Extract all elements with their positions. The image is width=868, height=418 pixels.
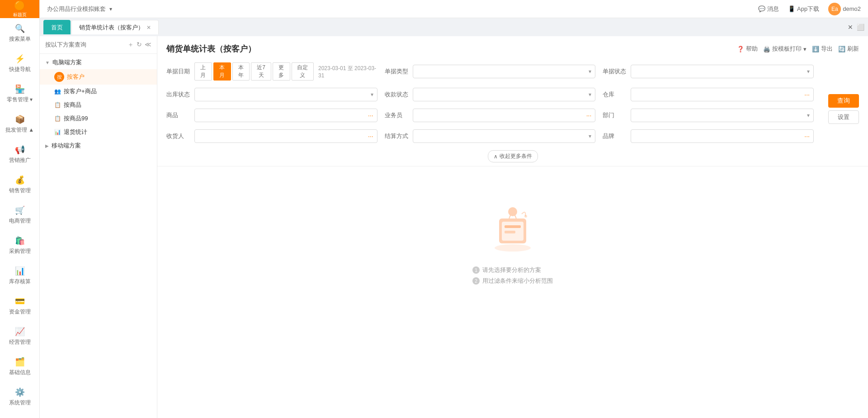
sidebar-item-system[interactable]: ⚙️ 系统管理 [0, 382, 40, 412]
print-dropdown-icon[interactable]: ▾ [803, 46, 807, 52]
department-select[interactable]: ▾ [631, 109, 814, 122]
tree-item-goods99[interactable]: 📋 按商品99 [40, 112, 157, 125]
close-window-icon[interactable]: ✕ [848, 24, 853, 31]
sidebar-item-retail[interactable]: 🏪 零售管理 ▾ [0, 79, 40, 109]
tree-goods-icon: 📋 [54, 102, 61, 108]
help-icon: ❓ [737, 46, 744, 52]
sidebar-item-marketing-label: 营销推广 [2, 157, 38, 164]
sidebar-item-wholesale-label: 批发管理 ▲ [2, 126, 38, 134]
settings-button[interactable]: 设置 [828, 110, 859, 124]
sidebar-item-operation[interactable]: 📈 经营管理 [0, 321, 40, 352]
empty-hint-2: 2 用过滤条件来缩小分析范围 [472, 277, 553, 285]
main-area: 办公用品行业模拟账套 ▾ 💬 消息 📱 App下载 Ea demo2 首页 [40, 0, 868, 418]
tab-sales-report[interactable]: 销货单统计表（按客户） ✕ [71, 20, 159, 34]
sidebar-item-sales[interactable]: 💰 销售管理 [0, 170, 40, 200]
tree-item-customer[interactable]: 按 按客户 [40, 69, 157, 85]
refresh-link[interactable]: 🔄 刷新 [838, 45, 859, 53]
filter-warehouse: 仓库 ··· [603, 88, 814, 101]
date-btn-lastmonth[interactable]: 上月 [194, 62, 212, 81]
receiver-input[interactable]: ··· [194, 129, 377, 143]
settlement-chevron: ▾ [589, 133, 591, 139]
date-btn-7days[interactable]: 近7天 [251, 62, 271, 81]
settlement-select[interactable]: ▾ [413, 129, 596, 143]
salesperson-dots: ··· [586, 112, 592, 119]
sidebar-item-finance[interactable]: 💳 资金管理 [0, 291, 40, 321]
quicknav-icon: ⚡ [2, 54, 38, 64]
collapse-button[interactable]: ∧ 收起更多条件 [488, 150, 538, 162]
goods-label: 商品 [166, 111, 192, 119]
sidebar-item-search-label: 搜索菜单 [2, 35, 38, 43]
tree-item-customer-goods[interactable]: 👥 按客户+商品 [40, 85, 157, 98]
refresh-label: 刷新 [847, 45, 859, 53]
print-icon: 🖨️ [763, 46, 770, 52]
logo[interactable]: 🟠 标题页 [0, 0, 40, 18]
right-content-wrapper: 销货单统计表（按客户） ❓ 帮助 🖨️ 按模板打印 ▾ ⬇️ 导出 [157, 36, 868, 418]
date-btn-thisyear[interactable]: 本年 [232, 62, 250, 81]
out-status-select[interactable]: ▾ [194, 88, 377, 101]
finance-icon: 💳 [2, 296, 38, 306]
panel-actions: ＋ ↻ ≪ [127, 41, 151, 49]
tree-item-goods99-label: 按商品99 [64, 114, 88, 123]
date-btn-custom[interactable]: 自定义 [292, 62, 314, 81]
date-btn-thismonth[interactable]: 本月 [213, 62, 231, 81]
tree-parent-mobile[interactable]: ▶ 移动端方案 [40, 139, 157, 152]
salesperson-label: 业务员 [385, 111, 410, 119]
sidebar-item-marketing[interactable]: 📢 营销推广 [0, 139, 40, 170]
sidebar-item-purchase[interactable]: 🛍️ 采购管理 [0, 230, 40, 261]
warehouse-input[interactable]: ··· [631, 88, 814, 101]
svg-line-7 [515, 215, 516, 218]
top-header: 办公用品行业模拟账套 ▾ 💬 消息 📱 App下载 Ea demo2 [40, 0, 868, 18]
svg-point-5 [508, 207, 517, 216]
tabs-bar: 首页 销货单统计表（按客户） ✕ ✕ ⬜ [40, 18, 868, 36]
empty-state: 1 请先选择要分析的方案 2 用过滤条件来缩小分析范围 [157, 166, 868, 324]
sidebar-item-inventory[interactable]: 📊 库存核算 [0, 261, 40, 291]
sidebar-item-basic-label: 基础信息 [2, 369, 38, 376]
tab-window-controls: ✕ ⬜ [848, 24, 864, 31]
goods-dots: ··· [368, 112, 373, 119]
panel-refresh-btn[interactable]: ↻ [137, 41, 142, 49]
tab-sales-report-label: 销货单统计表（按客户） [79, 24, 144, 32]
goods-input[interactable]: ··· [194, 109, 377, 122]
search-button[interactable]: 查询 [828, 94, 859, 108]
panel-collapse-btn[interactable]: ≪ [145, 41, 151, 49]
receipt-status-select[interactable]: ▾ [413, 88, 596, 101]
order-status-select[interactable]: ▾ [631, 65, 814, 78]
date-btn-more[interactable]: 更多 [273, 62, 290, 81]
empty-state-icon [486, 203, 540, 257]
user-menu[interactable]: Ea demo2 [828, 3, 861, 15]
order-type-select[interactable]: ▾ [413, 65, 596, 78]
filter-out-status: 出库状态 ▾ [166, 88, 377, 101]
sidebar-item-ecommerce[interactable]: 🛒 电商管理 [0, 200, 40, 230]
salesperson-input[interactable]: ··· [413, 109, 596, 122]
sidebar-item-search[interactable]: 🔍 搜索菜单 [0, 18, 40, 48]
tree-item-returns[interactable]: 📊 退货统计 [40, 125, 157, 139]
header-left: 办公用品行业模拟账套 ▾ [47, 5, 112, 13]
basic-icon: 🗂️ [2, 357, 38, 367]
sidebar-item-inventory-label: 库存核算 [2, 278, 38, 285]
print-link[interactable]: 🖨️ 按模板打印 ▾ [763, 45, 807, 53]
maximize-window-icon[interactable]: ⬜ [857, 24, 864, 31]
header-dropdown-icon[interactable]: ▾ [109, 6, 112, 12]
sidebar-item-basic[interactable]: 🗂️ 基础信息 [0, 352, 40, 382]
sidebar-item-enterprise[interactable]: 🏢 企业协同 [0, 412, 40, 418]
tab-close-icon[interactable]: ✕ [146, 24, 151, 31]
refresh-icon: 🔄 [838, 46, 845, 52]
tab-home[interactable]: 首页 [43, 20, 71, 34]
order-status-chevron: ▾ [807, 68, 810, 75]
hint-num-2: 2 [472, 277, 480, 285]
panel-add-btn[interactable]: ＋ [127, 41, 134, 49]
app-download-button[interactable]: 📱 App下载 [788, 5, 819, 13]
tree-item-goods[interactable]: 📋 按商品 [40, 98, 157, 112]
tree-item-goods-label: 按商品 [64, 101, 81, 109]
export-link[interactable]: ⬇️ 导出 [812, 45, 833, 53]
app-download-icon: 📱 [788, 5, 795, 12]
brand-input[interactable]: ··· [631, 129, 814, 143]
export-label: 导出 [821, 45, 833, 53]
sidebar-item-quicknav[interactable]: ⚡ 快捷导航 [0, 48, 40, 79]
svg-line-6 [509, 215, 510, 218]
sidebar-item-wholesale[interactable]: 📦 批发管理 ▲ [0, 109, 40, 139]
help-link[interactable]: ❓ 帮助 [737, 45, 758, 53]
msg-button[interactable]: 💬 消息 [758, 5, 779, 13]
tree-parent-pc[interactable]: ▼ 电脑端方案 [40, 56, 157, 69]
purchase-icon: 🛍️ [2, 236, 38, 246]
